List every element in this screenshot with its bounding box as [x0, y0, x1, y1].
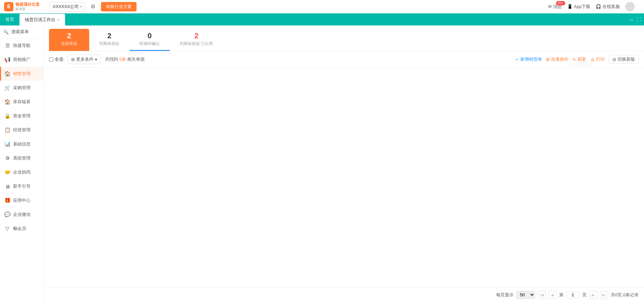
sidebar-item-label: 系统管理 — [13, 155, 31, 161]
stat-label-shipped: 到期未收款 已出库 — [180, 41, 213, 47]
stat-tab-overdue[interactable]: 2 到期未收款 — [89, 29, 129, 51]
sidebar: 🔍 搜索菜单 ☰ 快捷导航 📢 营销推广 🏠 销售管理 🛒 采购管理 🏠 库存核… — [0, 25, 44, 302]
app-download-label: App下载 — [574, 4, 590, 10]
print-label: 打印 — [596, 56, 605, 62]
sidebar-item-app-center[interactable]: 🎁 应用中心 — [0, 193, 43, 207]
total-info: 共0页,0条记录 — [611, 292, 639, 298]
batch-operation-button[interactable]: ⊞ 批量操作 — [546, 56, 569, 62]
system-icon: ⚙ — [4, 155, 10, 161]
search-menu-button[interactable]: 🔍 搜索菜单 — [0, 25, 43, 39]
sidebar-item-system[interactable]: ⚙ 系统管理 — [0, 151, 43, 165]
toolbar: 全选 ⊞ 更多条件 ▾ 共找到 0条 相关单据 + 新增销货单 — [44, 51, 644, 68]
sidebar-item-label: 应用中心 — [13, 197, 31, 203]
toolbar-left: 全选 ⊞ 更多条件 ▾ 共找到 0条 相关单据 — [49, 55, 512, 64]
sidebar-item-label: 营销推广 — [13, 57, 31, 63]
nav-tabs: 首页 钱货日清工作台 × — ⛶ — [0, 13, 644, 25]
refresh-icon: ↻ — [573, 57, 576, 62]
avatar[interactable] — [625, 2, 635, 11]
online-service-label: 在线客服 — [602, 4, 620, 10]
online-service-button[interactable]: 🎧 在线客服 — [596, 4, 620, 10]
table-area — [44, 68, 644, 287]
sidebar-item-finance[interactable]: 🔒 资金管理 — [0, 109, 43, 123]
logo-text: 畅捷通好生意 标准版 — [15, 2, 40, 11]
switch-label: 切换新版 — [618, 56, 635, 62]
tab-work-station[interactable]: 钱货日清工作台 × — [19, 14, 65, 26]
top-header: 6 畅捷通好生意 标准版 XXXXXX公司 ▾ ⚙ 体验行业方案 ✉ 消息 99… — [0, 0, 644, 13]
logo-icon: 6 — [4, 2, 13, 11]
message-button[interactable]: ✉ 消息 99+ — [548, 4, 562, 10]
sidebar-item-cooperation[interactable]: 🤝 企业协同 — [0, 165, 43, 179]
app-download-button[interactable]: 📱 App下载 — [567, 4, 590, 10]
refresh-label: 刷新 — [578, 56, 586, 62]
new-sale-label: 新增销货单 — [520, 56, 542, 62]
tab-home[interactable]: 首页 — [0, 13, 19, 25]
sidebar-item-member[interactable]: ▽ 畅会员 — [0, 222, 43, 236]
prev-page-button[interactable]: ◀ — [548, 291, 556, 299]
sidebar-item-enterprise-wechat[interactable]: 💬 企业微信 — [0, 207, 43, 222]
nav-tabs-right: — ⛶ — [629, 17, 644, 22]
headset-icon: 🎧 — [596, 4, 601, 9]
toolbar-right: + 新增销货单 ⊞ 批量操作 ↻ 刷新 🖨 打印 ⊟ 切换新版 — [516, 55, 639, 64]
stat-tab-pending[interactable]: 0 旺辅待确认 — [129, 29, 170, 51]
member-icon: ▽ — [4, 226, 10, 232]
found-prefix: 共找到 — [105, 57, 118, 62]
sidebar-item-label: 销售管理 — [13, 71, 31, 77]
pagination: 每页显示 20 50 100 |◀ ◀ 第 页 ▶ ▶| 共0页,0条记录 — [44, 287, 644, 302]
close-tab-icon[interactable]: × — [57, 17, 60, 22]
experience-button[interactable]: 体验行业方案 — [101, 2, 137, 11]
switch-version-button[interactable]: ⊟ 切换新版 — [609, 55, 639, 64]
new-sale-button[interactable]: + 新增销货单 — [516, 56, 542, 62]
app-center-icon: 🎁 — [4, 197, 10, 203]
finance-icon: 🔒 — [4, 113, 10, 119]
company-selector[interactable]: XXXXXX公司 ▾ — [50, 2, 85, 11]
page-size-select[interactable]: 20 50 100 — [516, 291, 535, 299]
sales-icon: 🏠 — [4, 71, 10, 77]
stat-label-overdue: 到期未收款 — [99, 41, 119, 47]
sidebar-item-purchase[interactable]: 🛒 采购管理 — [0, 81, 43, 95]
stat-count-overdue: 2 — [107, 32, 111, 40]
next-page-button[interactable]: ▶ — [589, 291, 597, 299]
settings-button[interactable]: ⚙ — [88, 2, 98, 11]
found-count: 0条 — [119, 57, 126, 62]
stat-tab-all[interactable]: 2 全部单据 — [49, 29, 89, 51]
stat-label-pending: 旺辅待确认 — [140, 41, 160, 47]
search-icon: 🔍 — [3, 29, 9, 35]
sidebar-item-basic-info[interactable]: 📊 基础信息 — [0, 137, 43, 151]
content-area: 2 全部单据 2 到期未收款 0 旺辅待确认 2 到期未收款 已出库 全选 — [44, 25, 644, 302]
page-size-label: 每页显示 — [496, 292, 514, 298]
tab-minimize-icon[interactable]: — — [629, 17, 634, 22]
tab-home-label: 首页 — [5, 16, 14, 22]
stat-count-pending: 0 — [148, 32, 152, 40]
filter-button[interactable]: ⊞ 更多条件 ▾ — [67, 55, 101, 64]
stat-count-shipped: 2 — [195, 32, 199, 40]
tab-maximize-icon[interactable]: ⛶ — [637, 17, 641, 22]
cooperation-icon: 🤝 — [4, 169, 10, 175]
marketing-icon: 📢 — [4, 57, 10, 63]
first-page-button[interactable]: |◀ — [538, 291, 546, 299]
last-page-button[interactable]: ▶| — [600, 291, 608, 299]
sidebar-item-guide[interactable]: 🖥 新手引导 — [0, 179, 43, 193]
stats-tabs: 2 全部单据 2 到期未收款 0 旺辅待确认 2 到期未收款 已出库 — [44, 25, 644, 51]
sidebar-item-inventory[interactable]: 🏠 库存核算 — [0, 95, 43, 109]
header-right: ✉ 消息 99+ 📱 App下载 🎧 在线客服 — [548, 2, 640, 11]
select-all-checkbox[interactable]: 全选 — [49, 56, 63, 62]
sidebar-item-marketing[interactable]: 📢 营销推广 — [0, 53, 43, 67]
purchase-icon: 🛒 — [4, 85, 10, 91]
sidebar-item-quick-nav[interactable]: ☰ 快捷导航 — [0, 39, 43, 53]
app-subtitle: 标准版 — [15, 7, 40, 11]
stat-tab-shipped[interactable]: 2 到期未收款 已出库 — [170, 29, 223, 51]
print-icon: 🖨 — [590, 57, 595, 62]
sidebar-item-sales[interactable]: 🏠 销售管理 — [0, 67, 43, 81]
app-title: 畅捷通好生意 — [15, 2, 40, 7]
main-layout: 🔍 搜索菜单 ☰ 快捷导航 📢 营销推广 🏠 销售管理 🛒 采购管理 🏠 库存核… — [0, 25, 644, 302]
print-button[interactable]: 🖨 打印 — [590, 56, 605, 62]
filter-arrow-icon: ▾ — [95, 57, 97, 62]
found-suffix: 相关单据 — [127, 57, 145, 62]
inventory-icon: 🏠 — [4, 99, 10, 105]
sidebar-item-operations[interactable]: 📋 经营管理 — [0, 123, 43, 137]
select-all-input[interactable] — [49, 57, 53, 62]
page-input[interactable] — [566, 291, 580, 298]
page-unit: 页 — [582, 292, 587, 298]
refresh-button[interactable]: ↻ 刷新 — [573, 56, 586, 62]
page-label: 第 — [559, 292, 564, 298]
